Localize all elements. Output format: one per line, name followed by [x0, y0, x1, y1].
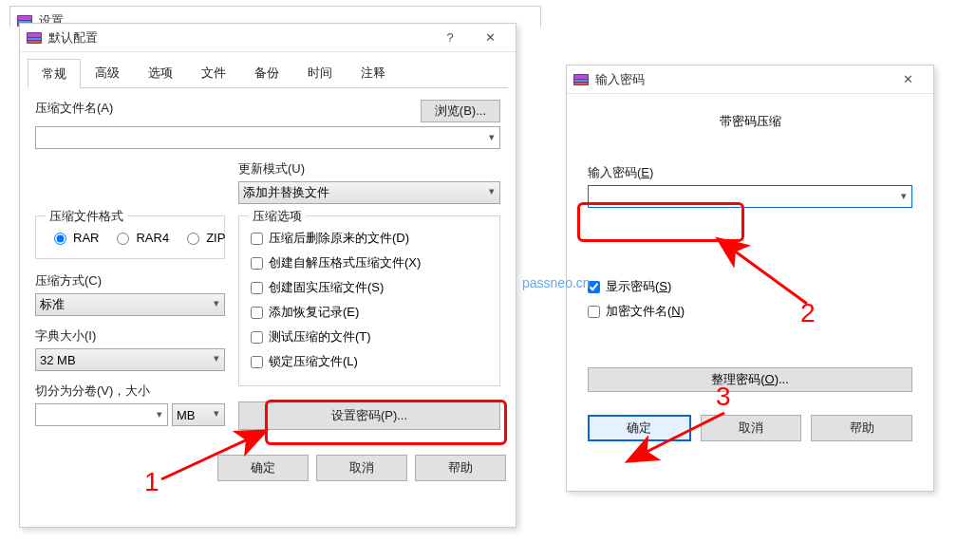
svg-rect-6 — [28, 38, 41, 40]
browse-button[interactable]: 浏览(B)... — [421, 100, 500, 122]
winrar-icon — [572, 71, 590, 88]
opt-solid[interactable] — [251, 282, 263, 294]
organize-passwords-button[interactable]: 整理密码(O)... — [588, 367, 912, 392]
method-label: 压缩方式(C) — [35, 272, 225, 289]
default-config-titlebar: 默认配置 ? ✕ — [20, 24, 516, 52]
opt-test[interactable] — [251, 331, 263, 344]
help-button[interactable]: 帮助 — [415, 455, 506, 481]
update-mode-label: 更新模式(U) — [238, 160, 500, 177]
opt-delete-after[interactable] — [251, 233, 263, 245]
encrypt-names-label: 加密文件名(N) — [606, 303, 685, 320]
password-titlebar: 输入密码 ✕ — [567, 65, 933, 94]
encrypt-names-checkbox[interactable] — [588, 306, 600, 318]
svg-rect-7 — [28, 41, 41, 43]
set-password-button[interactable]: 设置密码(P)... — [238, 401, 500, 430]
update-mode-select[interactable]: 添加并替换文件 — [238, 181, 500, 204]
password-input[interactable] — [588, 185, 912, 208]
close-icon: ✕ — [903, 72, 913, 86]
tab-options[interactable]: 选项 — [134, 58, 187, 87]
options-fieldset: 压缩选项 压缩后删除原来的文件(D) 创建自解压格式压缩文件(X) 创建固实压缩… — [238, 215, 500, 386]
tab-strip: 常规 高级 选项 文件 备份 时间 注释 — [20, 52, 516, 87]
help-titlebar-button[interactable]: ? — [430, 25, 470, 51]
password-cancel-button[interactable]: 取消 — [701, 415, 802, 441]
split-size-input[interactable] — [35, 403, 168, 426]
method-select[interactable]: 标准 — [35, 293, 225, 316]
svg-rect-11 — [574, 83, 588, 84]
password-section-title: 带密码压缩 — [588, 113, 912, 130]
svg-rect-1 — [18, 16, 31, 20]
svg-rect-5 — [28, 33, 41, 37]
close-icon: ✕ — [485, 30, 496, 45]
show-password-checkbox[interactable] — [588, 281, 600, 293]
tab-comment[interactable]: 注释 — [347, 58, 400, 87]
svg-rect-9 — [574, 75, 588, 79]
options-legend: 压缩选项 — [249, 208, 306, 225]
password-help-button[interactable]: 帮助 — [811, 415, 912, 441]
winrar-icon — [26, 29, 43, 47]
svg-rect-10 — [574, 80, 588, 82]
show-password-label: 显示密码(S) — [606, 278, 671, 295]
archive-name-input[interactable] — [35, 126, 500, 149]
opt-lock[interactable] — [251, 356, 263, 368]
default-config-title: 默认配置 — [48, 29, 430, 47]
cancel-button[interactable]: 取消 — [316, 455, 407, 481]
dict-select[interactable]: 32 MB — [35, 348, 225, 371]
opt-sfx[interactable] — [251, 257, 263, 270]
split-unit-select[interactable]: MB — [172, 403, 225, 426]
format-fieldset: 压缩文件格式 RAR RAR4 ZIP — [35, 215, 225, 259]
split-label: 切分为分卷(V)，大小 — [35, 383, 225, 400]
password-ok-button[interactable]: 确定 — [588, 415, 691, 441]
tab-files[interactable]: 文件 — [187, 58, 240, 87]
radio-zip[interactable]: ZIP — [182, 230, 225, 245]
password-dialog: 输入密码 ✕ 带密码压缩 输入密码(E) 显示密码(S) 加密文件名(N) 整理… — [566, 65, 934, 492]
format-legend: 压缩文件格式 — [46, 208, 127, 225]
password-dialog-title: 输入密码 — [595, 71, 888, 88]
close-button[interactable]: ✕ — [470, 25, 510, 51]
password-close-button[interactable]: ✕ — [888, 66, 928, 93]
tab-general[interactable]: 常规 — [28, 59, 81, 88]
tab-backup[interactable]: 备份 — [240, 58, 293, 87]
default-config-window: 默认配置 ? ✕ 常规 高级 选项 文件 备份 时间 注释 压缩文件名(A) 浏… — [19, 23, 516, 528]
tab-time[interactable]: 时间 — [293, 58, 347, 87]
dict-label: 字典大小(I) — [35, 327, 225, 345]
general-tab-content: 压缩文件名(A) 浏览(B)... 更新模式(U) 添加并替换文件 压缩文件格式 — [20, 88, 516, 441]
archive-name-label: 压缩文件名(A) — [35, 100, 113, 117]
dialog-button-row: 确定 取消 帮助 — [20, 441, 516, 493]
opt-recovery[interactable] — [251, 307, 263, 319]
password-label: 输入密码(E) — [588, 164, 912, 181]
archive-name-combo[interactable] — [35, 126, 500, 149]
ok-button[interactable]: 确定 — [217, 455, 309, 481]
radio-rar4[interactable]: RAR4 — [112, 230, 169, 245]
radio-rar[interactable]: RAR — [49, 230, 99, 245]
tab-advanced[interactable]: 高级 — [81, 58, 134, 87]
